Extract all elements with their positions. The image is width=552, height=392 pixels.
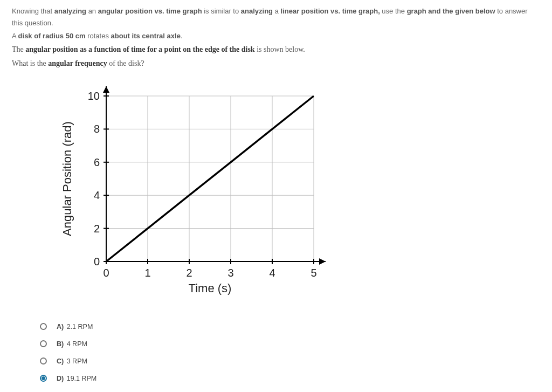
data-series-line [106, 96, 314, 262]
answer-letter: A) [57, 323, 64, 331]
answer-choice[interactable]: C) 3 RPM [40, 353, 540, 370]
answer-label: D) 19.1 RPM [57, 375, 96, 382]
text-bold: angular position as a function of time f… [25, 45, 254, 53]
text: Knowing that [12, 7, 54, 15]
text-bold: graph and the given below [407, 7, 495, 15]
radio-icon[interactable] [40, 323, 47, 330]
y-tick-label: 8 [94, 123, 100, 135]
question-prompt: Knowing that analyzing an angular positi… [12, 5, 540, 70]
radio-icon[interactable] [40, 375, 47, 382]
x-axis-label: Time (s) [189, 281, 232, 295]
answer-label: C) 3 RPM [57, 357, 87, 365]
y-tick-label: 10 [88, 90, 100, 102]
text: The [12, 45, 25, 53]
x-tick-label: 3 [227, 267, 233, 279]
x-tick-label: 2 [186, 267, 192, 279]
answer-choices: A) 2.1 RPMB) 4 RPMC) 3 RPMD) 19.1 RPM [40, 318, 540, 387]
y-tick-label: 6 [94, 156, 100, 168]
answer-text: 2.1 RPM [67, 323, 93, 331]
y-tick-label: 2 [94, 222, 100, 234]
text: rotates [86, 32, 111, 40]
x-tick-label: 0 [103, 267, 109, 279]
text: use the [380, 7, 407, 15]
text: . [181, 32, 183, 40]
text-bold: linear position vs. time graph, [281, 7, 380, 15]
x-axis-arrow-icon [319, 258, 326, 265]
answer-choice[interactable]: D) 19.1 RPM [40, 370, 540, 387]
answer-choice[interactable]: A) 2.1 RPM [40, 318, 540, 335]
text: an [86, 7, 98, 15]
chart-container: 0123450246810Time (s)Angular Position (r… [55, 86, 335, 302]
answer-label: A) 2.1 RPM [57, 323, 93, 331]
y-tick-label: 0 [94, 256, 100, 267]
prompt-line-3: The angular position as a function of ti… [12, 43, 540, 56]
text: A [12, 32, 18, 40]
prompt-line-2: A disk of radius 50 cm rotates about its… [12, 30, 540, 42]
answer-label: B) 4 RPM [57, 340, 87, 348]
text-bold: about its central axle [111, 32, 181, 40]
text-bold: disk of radius 50 cm [18, 32, 86, 40]
text-bold: analyzing [54, 7, 86, 15]
prompt-line-1: Knowing that analyzing an angular positi… [12, 5, 540, 29]
text: of the disk? [107, 59, 144, 67]
answer-letter: D) [57, 375, 64, 382]
text-bold: angular frequency [48, 59, 107, 67]
text: What is the [12, 59, 48, 67]
text-bold: analyzing [241, 7, 273, 15]
prompt-line-4: What is the angular frequency of the dis… [12, 57, 540, 70]
text: is shown below. [255, 45, 305, 53]
y-axis-arrow-icon [103, 86, 109, 93]
y-tick-label: 4 [94, 189, 100, 201]
text-bold: angular position vs. time graph [98, 7, 202, 15]
answer-letter: B) [57, 340, 64, 348]
radio-icon[interactable] [40, 357, 47, 365]
x-tick-label: 1 [144, 267, 150, 279]
y-axis-label: Angular Position (rad) [60, 121, 74, 236]
radio-icon[interactable] [40, 340, 47, 347]
angular-position-chart: 0123450246810Time (s)Angular Position (r… [55, 86, 335, 302]
x-tick-label: 5 [310, 267, 316, 279]
answer-text: 19.1 RPM [67, 375, 97, 382]
answer-choice[interactable]: B) 4 RPM [40, 335, 540, 353]
answer-text: 3 RPM [67, 357, 87, 365]
answer-letter: C) [57, 357, 64, 365]
text: is similar to [202, 7, 241, 15]
text: a [273, 7, 280, 15]
answer-text: 4 RPM [67, 340, 87, 348]
x-tick-label: 4 [269, 267, 275, 279]
